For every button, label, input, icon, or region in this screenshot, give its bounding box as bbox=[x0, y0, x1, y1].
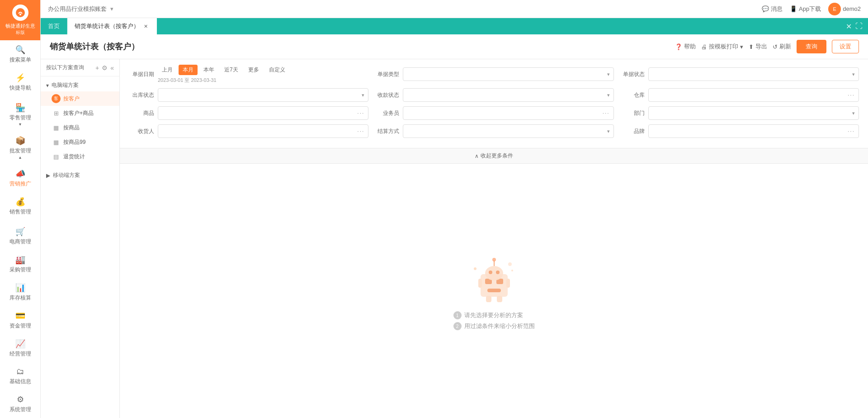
query-button[interactable]: 查询 bbox=[797, 40, 826, 53]
sidebar-item-search[interactable]: 🔍 搜索菜单 bbox=[0, 40, 40, 68]
tab-sales-stat[interactable]: 销货单统计表（按客户） ✕ bbox=[67, 18, 157, 34]
date-tab-custom[interactable]: 自定义 bbox=[265, 65, 289, 75]
refresh-button[interactable]: ↺ 刷新 bbox=[773, 43, 791, 51]
tab-expand-icon[interactable]: ⛶ bbox=[855, 22, 863, 30]
order-type-control[interactable]: ▾ bbox=[403, 67, 613, 81]
svg-rect-6 bbox=[478, 279, 482, 288]
sidebar-item-retail[interactable]: 🏪 零售管理 ▾ bbox=[0, 98, 40, 131]
scheme-item-by-product-99[interactable]: ▦ 按商品99 bbox=[41, 135, 119, 149]
salesperson-control[interactable]: ··· bbox=[403, 106, 613, 120]
sidebar-item-marketing-label: 营销推广 bbox=[9, 180, 31, 188]
avatar-text: E bbox=[833, 6, 836, 12]
filter-row-3: 商品 ··· 业务员 ··· 部门 bbox=[129, 106, 859, 120]
sidebar-item-ecommerce-label: 电商管理 bbox=[9, 238, 31, 246]
collapse-panel-button[interactable]: « bbox=[110, 64, 114, 71]
sidebar-item-purchase[interactable]: 🏭 采购管理 bbox=[0, 250, 40, 278]
app-download-icon: 📱 bbox=[790, 5, 797, 12]
user-menu[interactable]: E demo2 bbox=[828, 3, 861, 15]
sidebar-item-sales[interactable]: 💰 销售管理 bbox=[0, 192, 40, 220]
order-status-control[interactable]: ▾ bbox=[648, 67, 859, 81]
help-button[interactable]: ❓ 帮助 bbox=[675, 43, 696, 51]
app-download-button[interactable]: 📱 App下载 bbox=[790, 5, 821, 13]
desktop-group-title[interactable]: ▾ 电脑端方案 bbox=[41, 79, 119, 91]
message-icon: 💬 bbox=[762, 5, 769, 12]
export-button[interactable]: ⬆ 导出 bbox=[749, 43, 767, 51]
by-product-99-icon: ▦ bbox=[52, 138, 61, 147]
sidebar-item-finance[interactable]: 💳 资金管理 bbox=[0, 306, 40, 334]
page-title-row: 销货单统计表（按客户） ❓ 帮助 🖨 按模板打印 ▾ ⬆ 导出 bbox=[50, 40, 859, 53]
filter-order-type-group: 单据类型 ▾ bbox=[374, 65, 613, 84]
print-button[interactable]: 🖨 按模板打印 ▾ bbox=[701, 43, 743, 51]
setting-button[interactable]: 设置 bbox=[832, 40, 859, 53]
pay-status-control[interactable]: ▾ bbox=[403, 88, 613, 102]
sidebar-item-quicknav[interactable]: ⚡ 快捷导航 bbox=[0, 68, 40, 96]
help-label: 帮助 bbox=[684, 43, 696, 51]
print-icon: 🖨 bbox=[701, 43, 707, 50]
department-control[interactable]: ▾ bbox=[648, 106, 859, 120]
sidebar-item-finance-label: 资金管理 bbox=[9, 322, 31, 330]
warehouse-control[interactable]: ··· bbox=[648, 88, 859, 102]
out-status-control[interactable]: ▾ bbox=[158, 88, 368, 102]
receiver-control[interactable]: ··· bbox=[158, 124, 368, 138]
empty-state: 1 请先选择要分析的方案 2 用过滤条件来缩小分析范围 bbox=[120, 164, 868, 418]
filter-department-group: 部门 ▾ bbox=[619, 106, 859, 120]
filter-pay-status-group: 收款状态 ▾ bbox=[374, 88, 613, 102]
scheme-item-by-product[interactable]: ▦ 按商品 bbox=[41, 120, 119, 135]
collapse-bar[interactable]: ∧ 收起更多条件 bbox=[120, 148, 868, 164]
settlement-arrow: ▾ bbox=[607, 128, 610, 134]
filter-row-2: 出库状态 ▾ 收款状态 ▾ 仓库 bbox=[129, 88, 859, 102]
date-tab-more[interactable]: 更多 bbox=[244, 65, 263, 75]
mobile-group-title[interactable]: ▶ 移动端方案 bbox=[41, 169, 119, 181]
product-control[interactable]: ··· bbox=[158, 106, 368, 120]
sidebar-item-ecommerce[interactable]: 🛒 电商管理 bbox=[0, 222, 40, 250]
tab-close-all-icon[interactable]: ✕ bbox=[846, 22, 852, 31]
mobile-group-arrow: ▶ bbox=[46, 172, 50, 179]
header-dropdown-icon[interactable]: ▾ bbox=[110, 5, 113, 12]
settlement-control[interactable]: ▾ bbox=[403, 124, 613, 138]
filter-warehouse-group: 仓库 ··· bbox=[619, 88, 859, 102]
message-button[interactable]: 💬 消息 bbox=[762, 5, 783, 13]
by-customer-product-label: 按客户+商品 bbox=[63, 109, 94, 117]
svg-point-17 bbox=[508, 262, 512, 266]
filter-row-1: 单据日期 上月 本月 本年 近7天 更多 自定义 20 bbox=[129, 65, 859, 84]
page-actions: ❓ 帮助 🖨 按模板打印 ▾ ⬆ 导出 ↺ 刷新 bbox=[675, 40, 859, 53]
add-scheme-button[interactable]: + bbox=[95, 64, 99, 71]
svg-point-1 bbox=[19, 14, 21, 15]
department-arrow: ▾ bbox=[852, 110, 855, 116]
date-tab-this-month[interactable]: 本月 bbox=[179, 65, 198, 75]
tab-sales-stat-label: 销货单统计表（按客户） bbox=[75, 22, 139, 30]
by-customer-dot: 客 bbox=[52, 94, 61, 103]
left-panel: 按以下方案查询 + ⚙ « ▾ 电脑端方案 客 按客户 bbox=[41, 59, 120, 418]
scheme-item-by-customer[interactable]: 客 按客户 bbox=[41, 91, 119, 106]
sidebar-item-stock[interactable]: 📊 库存核算 bbox=[0, 278, 40, 306]
sidebar-item-operation[interactable]: 📈 经营管理 bbox=[0, 334, 40, 362]
refresh-icon: ↺ bbox=[773, 43, 778, 50]
filter-date-group: 单据日期 上月 本月 本年 近7天 更多 自定义 20 bbox=[129, 65, 368, 84]
date-tabs: 上月 本月 本年 近7天 更多 自定义 bbox=[158, 65, 368, 75]
tab-home[interactable]: 首页 bbox=[41, 18, 67, 34]
sidebar-item-basic[interactable]: 🗂 基础信息 bbox=[0, 362, 40, 390]
settings-scheme-button[interactable]: ⚙ bbox=[102, 64, 108, 71]
sidebar-item-system-label: 系统管理 bbox=[9, 406, 31, 413]
filter-row-4: 收货人 ··· 结算方式 ▾ 品牌 bbox=[129, 124, 859, 138]
sidebar-item-wholesale[interactable]: 📦 批发管理 ▴ bbox=[0, 131, 40, 164]
svg-rect-13 bbox=[486, 296, 491, 302]
sidebar-item-system[interactable]: ⚙ 系统管理 bbox=[0, 390, 40, 418]
date-tab-last-month[interactable]: 上月 bbox=[158, 65, 177, 75]
date-label: 单据日期 bbox=[129, 71, 154, 78]
salesperson-more-icon: ··· bbox=[603, 110, 610, 116]
sidebar-item-marketing[interactable]: 📣 营销推广 bbox=[0, 164, 40, 192]
export-label: 导出 bbox=[755, 43, 767, 51]
brand-control[interactable]: ··· bbox=[648, 124, 859, 138]
stock-icon: 📊 bbox=[15, 283, 25, 293]
sidebar-logo: 畅捷通好生意 标版 bbox=[0, 0, 41, 40]
header-left: 办公用品行业模拟账套 ▾ bbox=[48, 5, 113, 13]
date-tab-7days[interactable]: 近7天 bbox=[220, 65, 242, 75]
scheme-item-by-customer-product[interactable]: ⊞ 按客户+商品 bbox=[41, 106, 119, 120]
date-tab-this-year[interactable]: 本年 bbox=[199, 65, 218, 75]
filter-product-group: 商品 ··· bbox=[129, 106, 368, 120]
tab-close-button[interactable]: ✕ bbox=[142, 23, 149, 30]
empty-tip-1: 1 请先选择要分析的方案 bbox=[453, 311, 535, 319]
svg-point-9 bbox=[489, 271, 492, 274]
scheme-item-return-stat[interactable]: ▤ 退货统计 bbox=[41, 149, 119, 164]
